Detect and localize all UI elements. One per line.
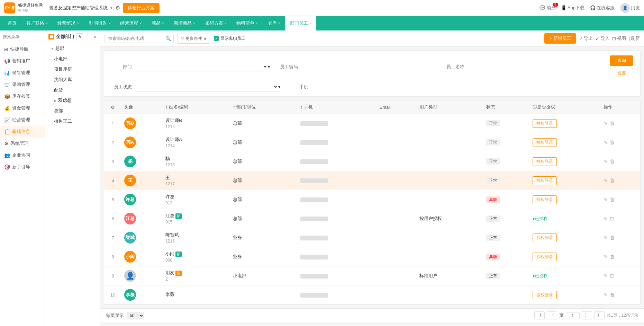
delete-icon[interactable]: 🗑 xyxy=(610,121,615,126)
tab-home[interactable]: 首页 xyxy=(3,16,21,30)
edit-icon[interactable]: ✎ xyxy=(604,197,608,202)
edit-icon[interactable]: ✎ xyxy=(604,273,608,279)
dept-node-tree[interactable]: 植树王二 xyxy=(45,116,100,126)
dept-node-project[interactable]: 项目库房 xyxy=(45,64,100,74)
phone-input[interactable] xyxy=(312,83,457,91)
auth-btn[interactable]: 授权登录 xyxy=(533,195,557,204)
tab-add-goods-close[interactable]: × xyxy=(193,21,195,25)
col-phone[interactable]: ↕ 手机 xyxy=(298,100,377,114)
emp-name-input[interactable] xyxy=(468,63,603,71)
edit-icon[interactable]: ✎ xyxy=(604,140,608,145)
search-icon[interactable]: 🔍 xyxy=(165,36,171,41)
dept-node-hq-group[interactable]: ▼ 总部 xyxy=(45,43,100,54)
edit-icon[interactable]: ✎ xyxy=(604,292,608,298)
edit-icon[interactable]: ✎ xyxy=(604,216,608,221)
message-area[interactable]: 💬 6 消息 xyxy=(539,5,555,11)
col-dept[interactable]: ↕ 部门/职位 xyxy=(230,100,298,114)
sidebar-item-collab[interactable]: 👥 企业协同 xyxy=(0,149,45,161)
sidebar-item-inventory[interactable]: 📦 库存核算 xyxy=(0,90,45,102)
col-name[interactable]: ↕ 姓名/编码 xyxy=(163,100,230,114)
delete-icon[interactable]: 🗑 xyxy=(610,159,615,164)
app-download-link[interactable]: 📱 App下载 xyxy=(561,5,584,11)
tab-department-close[interactable]: × xyxy=(309,21,311,25)
gear-icon[interactable]: ⚙ xyxy=(115,5,120,11)
sidebar-item-guide[interactable]: 🎯 新手引导 xyxy=(0,161,45,173)
tab-department[interactable]: 部门员工× xyxy=(285,16,316,30)
tab-warehouse-close[interactable]: × xyxy=(278,21,280,25)
col-settings[interactable]: ⚙ xyxy=(104,100,121,114)
auth-btn[interactable]: 授权登录 xyxy=(533,253,557,261)
delete-icon[interactable]: ⊡ xyxy=(610,273,614,279)
tab-goods[interactable]: 商品× xyxy=(147,16,169,30)
search-input[interactable] xyxy=(105,34,174,43)
delete-icon[interactable]: 🗑 xyxy=(610,197,615,202)
prev-page-btn[interactable]: 〈 xyxy=(547,311,557,319)
query-btn[interactable]: 查询 xyxy=(610,55,633,66)
emp-code-input[interactable] xyxy=(301,63,436,71)
tab-operation-close[interactable]: × xyxy=(77,21,79,25)
auth-btn[interactable]: 授权登录 xyxy=(533,291,557,299)
dept-collapse-icon[interactable]: « xyxy=(94,34,97,39)
dropdown-arrow[interactable]: ▾ xyxy=(110,6,112,10)
tab-goods-close[interactable]: × xyxy=(162,21,164,25)
more-btn[interactable]: | 刷新 xyxy=(629,35,640,42)
last-page-btn[interactable]: 》 xyxy=(594,311,605,319)
sidebar-item-nav[interactable]: ⊞ 快捷导航 xyxy=(0,43,45,55)
sidebar-item-marketing[interactable]: 📢 营销推广 xyxy=(0,55,45,67)
tab-history[interactable]: 经营历程× xyxy=(115,16,146,30)
sidebar-item-purchase[interactable]: 🛒 采购管理 xyxy=(0,79,45,90)
dept-node-hq[interactable]: 总部 xyxy=(45,106,100,116)
settings-btn[interactable]: 设置 xyxy=(610,68,633,78)
first-page-btn[interactable]: 《 xyxy=(534,311,545,319)
try-btn[interactable]: 体验行业方案 xyxy=(123,3,160,13)
user-area[interactable]: 👤 用友 xyxy=(620,3,640,13)
sidebar-item-system[interactable]: ⚙ 系统管理 xyxy=(0,138,45,149)
delete-icon[interactable]: ⊡ xyxy=(610,216,614,221)
dept-select[interactable] xyxy=(135,64,268,70)
emp-status-select[interactable] xyxy=(135,84,278,90)
tab-barcode-close[interactable]: × xyxy=(225,21,227,25)
sidebar-item-basic[interactable]: 📋 基础信息 xyxy=(0,126,45,138)
page-size-select[interactable]: 50 100 xyxy=(127,312,144,319)
sidebar-search-input[interactable] xyxy=(3,34,45,39)
tab-customer-close[interactable]: × xyxy=(46,21,48,25)
edit-icon[interactable]: ✎ xyxy=(604,178,608,183)
edit-icon[interactable]: ✎ xyxy=(604,159,608,164)
tab-bom[interactable]: 物料清单× xyxy=(232,16,263,30)
import-btn[interactable]: ↙ 导入 xyxy=(596,35,609,42)
delete-icon[interactable]: 🗑 xyxy=(610,178,615,183)
delete-icon[interactable]: 🗑 xyxy=(610,140,615,145)
dept-node-dispatch[interactable]: 配货 xyxy=(45,85,100,95)
show-resigned-toggle[interactable]: ✓ 显示离职员工 xyxy=(214,36,245,42)
tab-history-close[interactable]: × xyxy=(139,21,142,25)
tab-profit[interactable]: 利润报告× xyxy=(84,16,115,30)
dept-node-shenyang[interactable]: 沈阳大库 xyxy=(45,74,100,85)
auth-btn[interactable]: 授权登录 xyxy=(533,176,557,185)
auth-btn[interactable]: 授权登录 xyxy=(533,234,557,242)
delete-icon[interactable]: 🗑 xyxy=(610,235,615,240)
service-link[interactable]: 🎧 在线客服 xyxy=(590,5,615,11)
auth-btn[interactable]: 授权登录 xyxy=(533,157,557,166)
edit-icon[interactable]: ✎ xyxy=(604,121,608,126)
tab-customer[interactable]: 客户联络× xyxy=(21,16,53,30)
sidebar-item-operations[interactable]: 📈 经营管理 xyxy=(0,114,45,126)
view-btn[interactable]: ⊡ 视图 xyxy=(612,35,626,42)
delete-icon[interactable]: 🗑 xyxy=(610,254,615,259)
add-employee-btn[interactable]: + 新增员工 xyxy=(544,33,576,44)
dept-node-shuanglv[interactable]: ▶ 双虑想 xyxy=(45,95,100,106)
tab-add-goods[interactable]: 新增商品× xyxy=(169,16,200,30)
edit-icon[interactable]: ✎ xyxy=(604,235,608,240)
sidebar-item-sales[interactable]: 📊 销售管理 xyxy=(0,67,45,79)
dept-edit-icon[interactable]: ✎ xyxy=(76,33,83,40)
auth-btn[interactable]: 授权登录 xyxy=(533,138,557,147)
auth-btn[interactable]: 授权登录 xyxy=(533,119,557,128)
tab-profit-close[interactable]: × xyxy=(108,21,110,25)
sidebar-item-finance[interactable]: 💰 资金管理 xyxy=(0,102,45,114)
next-page-btn[interactable]: 〉 xyxy=(582,311,592,319)
edit-icon[interactable]: ✎ xyxy=(604,254,608,259)
tab-bom-close[interactable]: × xyxy=(256,21,258,25)
more-filter-btn[interactable]: ▽ 更多条件 ∧ xyxy=(177,34,210,44)
export-btn[interactable]: ↗ 导出 xyxy=(579,35,593,42)
resigned-checkbox[interactable]: ✓ xyxy=(214,36,219,41)
dept-node-small-elec[interactable]: 小电部 xyxy=(45,54,100,64)
